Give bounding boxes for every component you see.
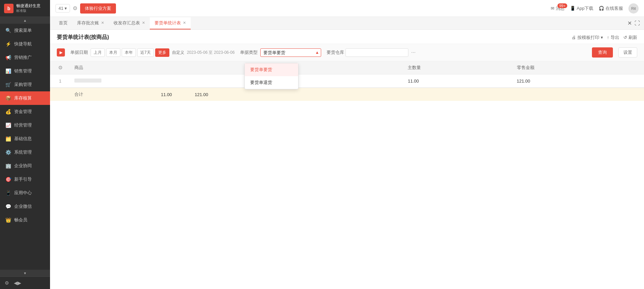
date-btn-this-year[interactable]: 本年 [122,48,136,57]
sidebar-scroll-up[interactable]: ▲ [0,17,50,24]
tabs-expand-icon[interactable]: ⛶ [635,20,640,26]
page-actions: 🖨 按模板打印 ▾ ↑ 导出 ↺ 刷新 [572,35,638,41]
online-service-btn[interactable]: 🎧 在线客服 [599,5,623,12]
app-sub: 标准版 [16,8,41,13]
footer-amount: 121.00 [195,92,229,97]
custom-date-label[interactable]: 自定义 [172,50,184,55]
date-btn-more[interactable]: 更多 [155,48,169,57]
dropdown-item-yaohuo[interactable]: 要货单要货 [245,63,298,76]
table-footer: 合计 11.00 121.00 [50,88,644,101]
messages-btn[interactable]: ✉ 消息 99+ [551,5,565,12]
date-quick-btns: 上月 本月 本年 近7天 更多 [91,48,169,57]
date-btn-this-month[interactable]: 本月 [106,48,120,57]
footer-total-label: 合计 [54,91,83,97]
content-area: 要货单统计表(按商品) 🖨 按模板打印 ▾ ↑ 导出 ↺ 刷新 ▶ [50,30,644,289]
tab-receive-summary[interactable]: 收发存汇总表 ✕ [109,17,150,29]
app-name: 畅捷通好生意 [16,3,41,9]
sidebar-item-marketing[interactable]: 📢 营销推广 [0,51,50,64]
export-btn[interactable]: ↑ 导出 [607,35,620,41]
topbar-left: 41 ▾ ⚙ 体验行业方案 [55,3,116,14]
topbar-gear-icon[interactable]: ⚙ [73,5,77,12]
sidebar-item-wechat[interactable]: 💬 企业微信 [0,200,50,213]
cell-product [70,74,250,88]
sidebar-item-search[interactable]: 🔍 搜索菜单 [0,24,50,37]
refresh-btn[interactable]: ↺ 刷新 [623,35,637,41]
print-icon: 🖨 [572,35,576,40]
sidebar-item-label: 库存核算 [14,95,32,101]
sidebar-item-system[interactable]: ⚙️ 系统管理 [0,146,50,159]
sidebar-nav: 🔍 搜索菜单 ⚡ 快捷导航 📢 营销推广 📊 销售管理 🛒 采购管理 📦 库存核… [0,24,50,270]
member-icon: 👑 [5,217,11,223]
col-product: 商品 [70,61,250,74]
sidebar-item-label: 销售管理 [14,68,32,74]
tab-inventory-batch[interactable]: 库存批次账 ✕ [72,17,109,29]
page-header: 要货单统计表(按商品) 🖨 按模板打印 ▾ ↑ 导出 ↺ 刷新 [50,30,644,44]
sidebar-item-guide[interactable]: 🎯 新手引导 [0,173,50,186]
sidebar-item-finance[interactable]: 💰 资金管理 [0,105,50,118]
app-download-label: App下载 [577,5,593,12]
type-select[interactable]: 请选择 要货单要货 要货单退货 [260,48,321,57]
settings-btn[interactable]: 设置 [618,47,637,58]
sidebar-item-sales[interactable]: 📊 销售管理 [0,64,50,78]
col-qty: 主数量 [404,61,512,74]
refresh-icon: ↺ [623,35,627,40]
sidebar-item-appstore[interactable]: 📱 应用中心 [0,186,50,200]
filter-date-group: 单据日期 上月 本月 本年 近7天 更多 自定义 2023-05-06 至 20… [70,48,235,57]
sidebar-item-label: 采购管理 [14,82,32,88]
type-dropdown: 要货单要货 要货单退货 [244,63,299,89]
sidebar-item-label: 基础信息 [14,136,32,142]
topbar-right: ✉ 消息 99+ 📱 App下载 🎧 在线客服 Rit [551,3,639,14]
sidebar-item-purchase[interactable]: 🛒 采购管理 [0,78,50,91]
sidebar-item-quicknav[interactable]: ⚡ 快捷导航 [0,37,50,51]
user-avatar[interactable]: Rit [628,3,639,14]
sidebar-item-member[interactable]: 👑 畅会员 [0,213,50,227]
sidebar-item-label: 畅会员 [14,217,27,223]
filter-bar: ▶ 单据日期 上月 本月 本年 近7天 更多 自定义 2023-05-06 至 … [50,44,644,61]
sidebar-item-basic[interactable]: 🗂️ 基础信息 [0,132,50,146]
tab-home[interactable]: 首页 [54,17,72,29]
print-btn[interactable]: 🖨 按模板打印 ▾ [572,35,603,41]
purchase-icon: 🛒 [5,81,11,88]
tab-order-stats[interactable]: 要货单统计表 ✕ [150,17,191,29]
sidebar-item-label: 企业协同 [14,163,32,169]
tab-inventory-batch-close[interactable]: ✕ [101,21,104,25]
inventory-icon: 📦 [5,95,11,102]
table-container: ⚙ 商品 主计量单位 主数量 零售金额 1 块 11.00 121.00 [50,61,644,88]
table-row: 1 块 11.00 121.00 [50,74,644,88]
app-download-btn[interactable]: 📱 App下载 [570,5,593,12]
operation-icon: 📈 [5,122,11,129]
filter-more-icon[interactable]: ··· [411,49,415,55]
sidebar-item-inventory[interactable]: 📦 库存核算 [0,91,50,105]
date-btn-last-7days[interactable]: 近7天 [137,48,154,57]
sidebar-item-enterprise[interactable]: 🏢 企业协同 [0,159,50,173]
query-btn[interactable]: 查询 [592,47,613,58]
filter-toggle-btn[interactable]: ▶ [57,48,65,57]
settings-bottom-icon[interactable]: ⚙ [5,280,9,286]
tab-inventory-batch-label: 库存批次账 [77,20,99,26]
collapse-icon[interactable]: ◀▶ [14,280,21,286]
sidebar-item-label: 经营管理 [14,122,32,128]
tabs-close-all-icon[interactable]: ✕ [627,20,632,26]
trial-btn[interactable]: 体验行业方案 [80,3,116,14]
sidebar-item-label: 企业微信 [14,203,32,209]
guide-icon: 🎯 [5,176,11,183]
phone-icon: 📱 [570,6,575,11]
company-selector[interactable]: 41 ▾ [55,4,70,13]
tab-order-stats-close[interactable]: ✕ [183,21,186,25]
date-btn-last-month[interactable]: 上月 [91,48,105,57]
tab-receive-summary-close[interactable]: ✕ [142,21,145,25]
dropdown-item-tuihuo[interactable]: 要货单退货 [245,76,298,89]
refresh-label: 刷新 [628,35,637,41]
filter-warehouse-group: 要货仓库 ··· [327,48,415,57]
system-icon: ⚙️ [5,149,11,156]
topbar: 41 ▾ ⚙ 体验行业方案 ✉ 消息 99+ 📱 App下载 🎧 在线客服 Ri… [50,0,644,17]
logo-icon: b [4,4,14,13]
type-select-container: 请选择 要货单要货 要货单退货 ▲ [260,48,321,57]
sidebar-scroll-down[interactable]: ▼ [0,270,50,276]
sidebar-item-operation[interactable]: 📈 经营管理 [0,118,50,132]
warehouse-input[interactable] [345,48,408,57]
col-settings: ⚙ [50,61,70,74]
table-settings-icon[interactable]: ⚙ [58,65,63,70]
finance-icon: 💰 [5,108,11,115]
sales-icon: 📊 [5,68,11,74]
